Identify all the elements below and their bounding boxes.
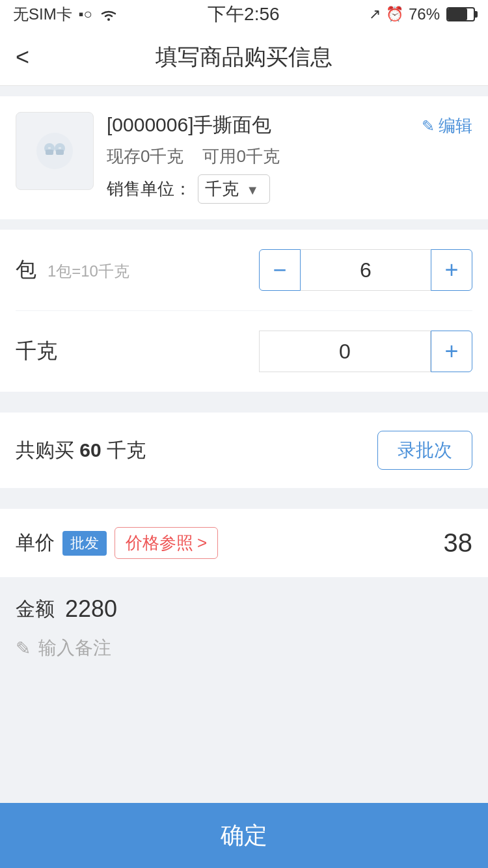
- svg-rect-5: [56, 150, 64, 155]
- bag-decrement-button[interactable]: −: [259, 249, 301, 291]
- svg-point-0: [107, 18, 110, 21]
- bag-quantity-input[interactable]: [301, 249, 431, 291]
- status-right: ↗ ⏰ 76%: [369, 5, 475, 23]
- stock-space: [189, 146, 198, 166]
- back-button[interactable]: <: [16, 44, 29, 71]
- price-ref-arrow: >: [197, 533, 207, 553]
- battery-percent: 76%: [409, 5, 440, 23]
- price-label-row: 单价 批发 价格参照 >: [16, 527, 218, 559]
- svg-point-1: [36, 133, 73, 169]
- bag-increment-button[interactable]: +: [431, 249, 472, 291]
- product-info: [0000006]手撕面包 现存0千克 可用0千克 销售单位： 千克 ▼: [107, 112, 472, 204]
- carrier-text: 无SIM卡: [13, 4, 72, 25]
- kg-quantity-controls: +: [259, 331, 472, 372]
- nav-bar: < 填写商品购买信息: [0, 29, 488, 86]
- amount-label: 金额: [16, 596, 55, 623]
- stock-text: 现存0千克: [107, 146, 183, 166]
- page-title: 填写商品购买信息: [156, 42, 332, 72]
- price-ref-button[interactable]: 价格参照 >: [115, 527, 218, 559]
- kg-unit-text: 千克: [16, 339, 57, 362]
- divider-2: [0, 392, 488, 402]
- price-type-tag: 批发: [62, 531, 107, 556]
- bag-sublabel: 1包=10千克: [47, 262, 129, 280]
- wifi-signal-icon: [99, 7, 118, 21]
- unit-select[interactable]: 千克 ▼: [198, 174, 270, 204]
- product-image: [16, 112, 94, 190]
- svg-rect-4: [46, 150, 53, 155]
- price-ref-label: 价格参照: [126, 532, 193, 554]
- total-prefix: 共购买: [16, 439, 74, 461]
- price-label: 单价: [16, 530, 55, 556]
- product-stock: 现存0千克 可用0千克: [107, 145, 472, 168]
- svg-rect-6: [48, 147, 51, 149]
- edit-icon: ✎: [422, 117, 435, 135]
- location-icon: ↗: [369, 6, 381, 23]
- amount-section: 金额 2280 ✎ 输入备注: [0, 577, 488, 676]
- confirm-button[interactable]: 确定: [0, 803, 488, 868]
- alarm-icon: ⏰: [386, 6, 403, 23]
- bag-quantity-controls: − +: [259, 249, 472, 291]
- edit-button[interactable]: ✎ 编辑: [422, 115, 472, 137]
- svg-rect-7: [59, 147, 61, 149]
- unit-value: 千克: [205, 179, 239, 198]
- quantity-row-kg: 千克 +: [16, 311, 472, 392]
- price-section: 单价 批发 价格参照 > 38: [0, 509, 488, 577]
- pencil-icon: ✎: [16, 638, 31, 659]
- product-card: [0000006]手撕面包 现存0千克 可用0千克 销售单位： 千克 ▼ ✎ 编…: [0, 96, 488, 219]
- note-row[interactable]: ✎ 输入备注: [16, 636, 472, 676]
- product-unit-row: 销售单位： 千克 ▼: [107, 174, 472, 204]
- total-unit: 千克: [107, 439, 146, 461]
- quantity-section: 包 1包=10千克 − + 千克 +: [0, 230, 488, 392]
- batch-button[interactable]: 录批次: [377, 431, 472, 470]
- status-time: 下午2:56: [208, 2, 280, 27]
- bag-unit-text: 包: [16, 258, 36, 281]
- divider-1: [0, 219, 488, 230]
- available-text: 可用0千克: [202, 146, 279, 166]
- total-section: 共购买 60 千克 录批次: [0, 413, 488, 488]
- unit-label: 销售单位：: [107, 178, 191, 200]
- kg-label: 千克: [16, 337, 259, 366]
- wifi-icon: ▪○: [79, 6, 92, 23]
- divider-3: [0, 488, 488, 498]
- edit-label: 编辑: [439, 115, 472, 137]
- bag-label: 包 1包=10千克: [16, 256, 259, 284]
- battery-icon: [446, 7, 475, 21]
- product-logo-icon: [35, 131, 74, 170]
- kg-increment-button[interactable]: +: [431, 331, 472, 372]
- unit-dropdown-arrow: ▼: [246, 183, 259, 197]
- status-bar: 无SIM卡 ▪○ 下午2:56 ↗ ⏰ 76%: [0, 0, 488, 29]
- product-name: [0000006]手撕面包: [107, 112, 472, 139]
- total-text: 共购买 60 千克: [16, 437, 146, 464]
- status-left: 无SIM卡 ▪○: [13, 4, 118, 25]
- total-amount: 60: [79, 439, 101, 461]
- price-value: 38: [444, 528, 473, 558]
- amount-value: 2280: [65, 595, 117, 623]
- amount-row: 金额 2280: [16, 595, 472, 623]
- kg-quantity-input[interactable]: [259, 331, 431, 372]
- quantity-row-bag: 包 1包=10千克 − +: [16, 230, 472, 311]
- note-placeholder: 输入备注: [38, 636, 111, 660]
